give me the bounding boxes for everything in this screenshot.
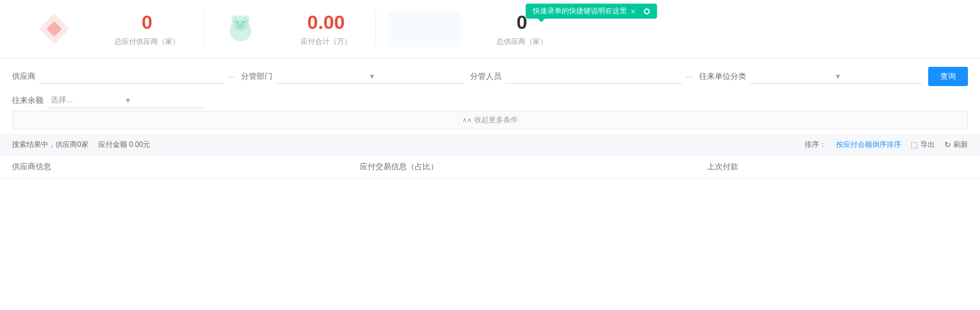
manager-more-button[interactable]: ··· (686, 72, 693, 81)
svg-point-7 (236, 21, 239, 23)
filter-balance: 往来余额 选择... ▾ (12, 92, 205, 108)
filter-bar: 供应商 ··· 分管部门 ▾ 分管人员 ··· 往来单位分类 ▾ (0, 58, 980, 135)
manager-input[interactable] (505, 69, 682, 84)
filter-department: 分管部门 ▾ (241, 69, 464, 84)
summary-card (388, 11, 460, 47)
payable-suppliers-label: 总应付供应商（家） (115, 37, 180, 47)
refresh-icon: ↻ (944, 140, 951, 149)
filter-row-1: 供应商 ··· 分管部门 ▾ 分管人员 ··· 往来单位分类 ▾ (12, 67, 968, 86)
sort-label: 排序： (805, 140, 826, 150)
sort-option-text: 按应付会额倒序排序 (836, 140, 901, 150)
collapse-label: 收起更多条件 (474, 115, 518, 125)
stat-block-payable-total: 0.00 应付合计（万） (277, 11, 376, 46)
category-chevron-icon: ▾ (836, 72, 919, 81)
results-summary: 搜索结果中，供应商0家 应付金额 0.00元 (12, 140, 150, 150)
filter-category: 往来单位分类 ▾ (699, 69, 922, 84)
filter-manager: 分管人员 ··· (470, 69, 693, 84)
tooltip-close-button[interactable]: × (630, 7, 635, 16)
stat-block-payable-suppliers: 0 总应付供应商（家） (90, 11, 204, 46)
results-amount: 应付金额 0.00元 (98, 140, 151, 150)
results-count: 搜索结果中，供应商0家 (12, 140, 89, 150)
tooltip-dot (644, 8, 650, 14)
department-select[interactable]: ▾ (276, 69, 464, 84)
svg-point-8 (242, 21, 245, 23)
export-button[interactable]: ⬚ 导出 (911, 140, 935, 150)
export-icon: ⬚ (911, 140, 918, 149)
col-supplier-header: 供应商信息 (12, 161, 360, 172)
query-button[interactable]: 查询 (928, 67, 968, 86)
pig-icon-area (222, 11, 259, 47)
filter-supplier: 供应商 ··· (12, 69, 235, 84)
payable-total-label: 应付合计（万） (301, 37, 351, 47)
tooltip-badge: 快速录单的快捷键说明在这里 × (526, 4, 657, 19)
table-header: 供应商信息 应付交易信息（占比） 上次付款 (0, 155, 980, 179)
results-bar: 搜索结果中，供应商0家 应付金额 0.00元 排序： 按应付会额倒序排序 按应付… (0, 135, 980, 155)
manager-label: 分管人员 (470, 71, 501, 82)
tooltip-text: 快速录单的快捷键说明在这里 (533, 6, 627, 16)
balance-placeholder: 选择... (51, 95, 126, 105)
svg-point-6 (237, 23, 244, 28)
payable-total-number: 0.00 (307, 11, 345, 34)
col-last-payment-header: 上次付款 (707, 161, 968, 172)
collapse-button[interactable]: ∧∧ 收起更多条件 (12, 111, 968, 129)
refresh-button[interactable]: ↻ 刷新 (944, 140, 968, 150)
balance-chevron-icon: ▾ (126, 96, 201, 105)
supplier-label: 供应商 (12, 71, 36, 82)
top-panel: 0 总应付供应商（家） 0.00 应付合计（万） 快速录单的快捷键说明在这里 × (0, 0, 980, 58)
category-label: 往来单位分类 (699, 71, 746, 82)
refresh-label: 刷新 (953, 140, 968, 150)
col-transaction-header: 应付交易信息（占比） (360, 161, 708, 172)
results-actions: 排序： 按应付会额倒序排序 按应付会额倒序排序 ⬚ 导出 ↻ 刷新 (805, 140, 968, 150)
balance-label: 往来余额 (12, 95, 43, 106)
collapse-up-icon: ∧∧ (462, 116, 472, 124)
category-select[interactable]: ▾ (750, 69, 922, 84)
diamond-icon-area (36, 11, 72, 47)
supplier-input[interactable] (39, 69, 224, 84)
payable-suppliers-number: 0 (142, 11, 152, 34)
export-label: 导出 (920, 140, 935, 150)
diamond-icon (39, 13, 70, 45)
filter-row-2: 往来余额 选择... ▾ (12, 92, 968, 108)
department-label: 分管部门 (241, 71, 272, 82)
supplier-more-button[interactable]: ··· (228, 72, 235, 81)
department-chevron-icon: ▾ (370, 72, 460, 81)
table-body (0, 179, 980, 310)
total-suppliers-label: 总供应商（家） (497, 37, 547, 47)
balance-select[interactable]: 选择... ▾ (47, 92, 205, 108)
pig-icon (223, 11, 258, 46)
